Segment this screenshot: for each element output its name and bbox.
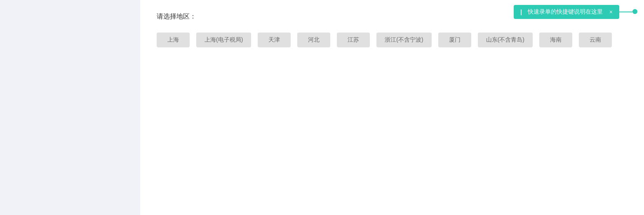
tooltip-banner: 快速录单的快捷键说明在这里 × [514, 5, 619, 19]
tooltip-text: 快速录单的快捷键说明在这里 [528, 8, 603, 16]
region-button-tianjin[interactable]: 天津 [258, 33, 291, 47]
left-sidebar [0, 0, 140, 215]
region-button-shanghai[interactable]: 上海 [157, 33, 190, 47]
tooltip-indicator-dot [632, 9, 637, 14]
tooltip-close-button[interactable]: × [609, 9, 613, 15]
region-button-shandong[interactable]: 山东(不含青岛) [478, 33, 533, 47]
region-button-shanghai-etax[interactable]: 上海(电子税局) [196, 33, 251, 47]
region-button-hebei[interactable]: 河北 [297, 33, 330, 47]
region-button-xiamen[interactable]: 厦门 [438, 33, 471, 47]
region-buttons-container: 上海上海(电子税局)天津河北江苏浙江(不含宁波)厦门山东(不含青岛)海南云南 [157, 33, 628, 47]
main-content: 请选择地区： 上海上海(电子税局)天津河北江苏浙江(不含宁波)厦门山东(不含青岛… [140, 0, 644, 215]
region-button-hainan[interactable]: 海南 [539, 33, 572, 47]
region-button-zhejiang[interactable]: 浙江(不含宁波) [376, 33, 431, 47]
region-button-yunnan[interactable]: 云南 [579, 33, 612, 47]
tooltip-connector-line [618, 12, 632, 12]
region-button-jiangsu[interactable]: 江苏 [337, 33, 370, 47]
